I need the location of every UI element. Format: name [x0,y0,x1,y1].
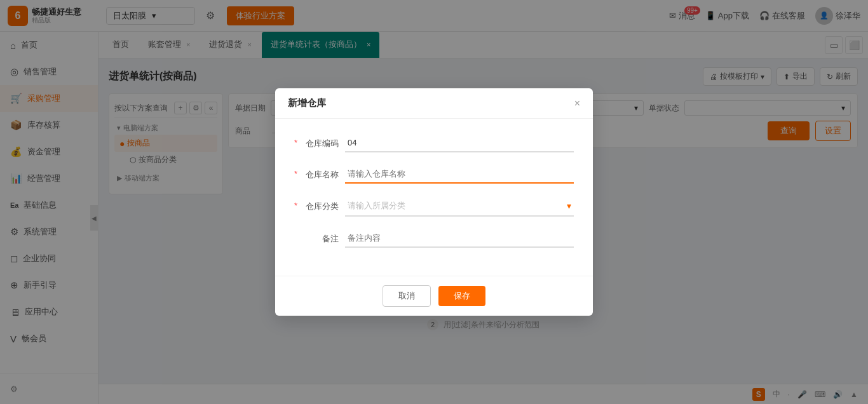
warehouse-code-input[interactable] [345,134,574,152]
dialog-close-button[interactable]: × [574,98,580,109]
cancel-button[interactable]: 取消 [383,285,431,307]
form-label-note: 备注 [294,233,345,245]
warehouse-note-input[interactable] [345,229,574,248]
category-placeholder: 请输入所属分类 [348,200,567,212]
dialog-body: 仓库编码 仓库名称 仓库分类 请输入所属分类 ▾ 备注 [275,119,593,276]
category-dropdown-icon: ▾ [567,201,571,211]
modal-overlay[interactable]: 新增仓库 × 仓库编码 仓库名称 仓库分类 请输入所属分类 ▾ [0,0,868,404]
form-label-name: 仓库名称 [294,169,345,180]
dialog-header: 新增仓库 × [275,88,593,119]
warehouse-name-input[interactable] [345,165,574,184]
form-row-code: 仓库编码 [294,134,574,152]
dialog-footer: 取消 保存 [275,276,593,316]
save-button[interactable]: 保存 [438,286,485,306]
form-label-code: 仓库编码 [294,138,345,149]
form-row-note: 备注 [294,229,574,248]
form-label-category: 仓库分类 [294,201,345,212]
dialog-add-warehouse: 新增仓库 × 仓库编码 仓库名称 仓库分类 请输入所属分类 ▾ [275,88,593,316]
form-row-category: 仓库分类 请输入所属分类 ▾ [294,196,574,217]
warehouse-category-select[interactable]: 请输入所属分类 ▾ [345,196,574,217]
dialog-title: 新增仓库 [288,97,326,109]
form-row-name: 仓库名称 [294,165,574,184]
